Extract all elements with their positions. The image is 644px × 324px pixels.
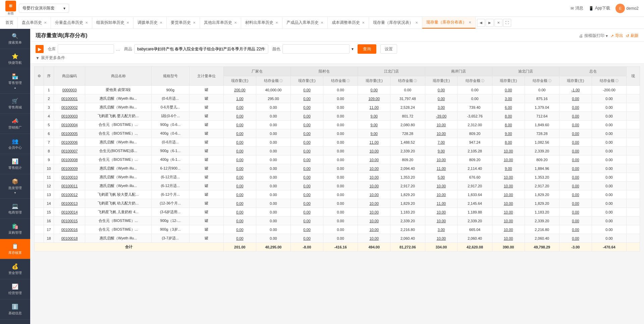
row-code[interactable]: 00100007	[54, 147, 85, 155]
refresh-btn[interactable]: ↺ 刷新	[626, 33, 639, 39]
row-nanan-qty[interactable]: 11.00	[425, 199, 458, 208]
row-code[interactable]: 00100004	[54, 121, 85, 129]
row-nanan-qty[interactable]: 10.00	[425, 208, 458, 217]
sidebar-item-wholesale[interactable]: 📦 批发管理 ▼	[0, 174, 30, 199]
row-yubei-qty[interactable]: 9.00	[492, 129, 525, 138]
row-mucun-qty[interactable]: 0.00	[291, 112, 323, 121]
row-mucun-qty[interactable]: 0.00	[291, 173, 323, 182]
row-yubei-qty[interactable]: 10.00	[492, 208, 525, 217]
tab-home[interactable]: 首页	[1, 17, 18, 29]
warehouse-input[interactable]	[58, 44, 114, 54]
row-mucun-qty[interactable]: 0.00	[291, 147, 323, 155]
tab-close-icon[interactable]: ✕	[193, 21, 196, 25]
tab-close-icon[interactable]: ✕	[415, 21, 418, 25]
row-jiangbei-qty[interactable]: 10.00	[358, 164, 390, 173]
row-mucun-qty[interactable]: 0.00	[291, 138, 323, 147]
sidebar-item-retail-stats[interactable]: 📊 零售统计	[0, 154, 30, 174]
row-mucun-qty[interactable]: 0.00	[291, 86, 323, 94]
tab-transfer[interactable]: 调拨单历史 ✕	[133, 17, 167, 29]
row-mucun-qty[interactable]: 0.00	[291, 182, 323, 190]
sidebar-item-inventory[interactable]: 📋 库存核算	[0, 239, 30, 259]
row-nanan-qty[interactable]: 5.00	[425, 173, 458, 182]
row-jiangbei-qty[interactable]: 10.00	[358, 173, 390, 182]
row-code[interactable]: 00100003	[54, 112, 85, 121]
row-jiangbei-qty[interactable]: 0.00	[358, 86, 390, 94]
row-total-qty[interactable]: 0.00	[559, 129, 592, 138]
tab-inventory-branch[interactable]: 分量盘点单历史 ✕	[51, 17, 92, 29]
tab-demand[interactable]: 要货单历史 ✕	[167, 17, 200, 29]
row-nanan-qty[interactable]: 9.00	[425, 147, 458, 155]
row-mucun-qty[interactable]: 0.00	[291, 234, 323, 243]
row-factory-qty[interactable]: 0.00	[223, 164, 256, 173]
row-jiangbei-qty[interactable]: 10.00	[358, 225, 390, 234]
row-mucun-qty[interactable]: 0.00	[291, 103, 323, 112]
sidebar-item-retail-mgmt[interactable]: 🏪 零售管理 ▲	[0, 69, 30, 94]
row-nanan-qty[interactable]: 0.00	[425, 94, 458, 103]
tab-inventory-single[interactable]: 盘点单历史 ✕	[18, 17, 51, 29]
row-jiangbei-qty[interactable]: 109.00	[358, 94, 390, 103]
row-factory-qty[interactable]: 0.00	[223, 190, 256, 199]
row-factory-qty[interactable]: 1.00	[223, 94, 256, 103]
row-total-qty[interactable]: 0.00	[559, 217, 592, 225]
row-total-qty[interactable]: 0.00	[559, 234, 592, 243]
row-mucun-qty[interactable]: 0.00	[291, 217, 323, 225]
row-total-qty[interactable]: 0.00	[559, 225, 592, 234]
row-code[interactable]: 0000003	[54, 86, 85, 94]
row-nanan-qty[interactable]: 11.00	[425, 164, 458, 173]
row-total-qty[interactable]: 0.00	[559, 190, 592, 199]
row-total-qty[interactable]: 0.00	[559, 138, 592, 147]
row-factory-qty[interactable]: 0.00	[223, 138, 256, 147]
row-jiangbei-qty[interactable]: 10.00	[358, 155, 390, 164]
row-jiangbei-qty[interactable]: 10.00	[358, 217, 390, 225]
message-btn[interactable]: ✉ 消息	[571, 5, 583, 11]
sidebar-item-ecommerce[interactable]: 💻 电商管理	[0, 199, 30, 219]
row-nanan-qty[interactable]: 10.00	[425, 121, 458, 129]
tab-prev-btn[interactable]: ◀	[477, 19, 485, 27]
row-jiangbei-qty[interactable]: 10.00	[358, 182, 390, 190]
row-total-qty[interactable]: 0.00	[559, 147, 592, 155]
row-factory-qty[interactable]: 0.00	[223, 121, 256, 129]
row-code[interactable]: 00100016	[54, 225, 85, 234]
row-yubei-qty[interactable]: 10.00	[492, 234, 525, 243]
row-yubei-qty[interactable]: 6.00	[492, 103, 525, 112]
row-nanan-qty[interactable]: 10.00	[425, 217, 458, 225]
row-yubei-qty[interactable]: 10.00	[492, 182, 525, 190]
tab-expand-btn[interactable]: ⛶	[503, 19, 511, 27]
sidebar-item-mall[interactable]: 🛒 零售商城	[0, 94, 30, 114]
row-factory-qty[interactable]: 0.00	[223, 147, 256, 155]
row-total-qty[interactable]: 0.00	[559, 112, 592, 121]
sidebar-item-nav[interactable]: ⭐ 快捷导航	[0, 49, 30, 69]
tab-close-icon[interactable]: ✕	[469, 20, 471, 24]
row-factory-qty[interactable]: 0.00	[223, 103, 256, 112]
row-total-qty[interactable]: 0.00	[559, 103, 592, 112]
row-nanan-qty[interactable]: -39.00	[425, 112, 458, 121]
row-factory-qty[interactable]: 0.00	[223, 199, 256, 208]
tab-close-icon[interactable]: ✕	[160, 21, 162, 25]
color-input[interactable]	[282, 44, 350, 54]
row-factory-qty[interactable]: 0.00	[223, 182, 256, 190]
sidebar-item-member[interactable]: 👥 会员中心	[0, 134, 30, 154]
tab-close-icon[interactable]: ✕	[126, 21, 129, 25]
row-yubei-qty[interactable]: 10.00	[492, 173, 525, 182]
row-nanan-qty[interactable]: 10.00	[425, 190, 458, 199]
row-nanan-qty[interactable]: 0.00	[425, 86, 458, 94]
row-jiangbei-qty[interactable]: 9.00	[358, 112, 390, 121]
row-nanan-qty[interactable]: 3.00	[425, 103, 458, 112]
row-jiangbei-qty[interactable]: 10.00	[358, 199, 390, 208]
row-code[interactable]: 00100013	[54, 199, 85, 208]
row-total-qty[interactable]: 0.00	[559, 208, 592, 217]
sidebar-item-search[interactable]: 🔍 搜索英单	[0, 29, 30, 49]
row-code[interactable]: 00100014	[54, 208, 85, 217]
tab-product-in[interactable]: 产成品入库单历史 ✕	[282, 17, 328, 29]
row-yubei-qty[interactable]: 10.00	[492, 225, 525, 234]
row-mucun-qty[interactable]: 0.00	[291, 225, 323, 234]
row-factory-qty[interactable]: 0.00	[223, 217, 256, 225]
row-jiangbei-qty[interactable]: 11.00	[358, 103, 390, 112]
row-nanan-qty[interactable]: 7.00	[425, 138, 458, 147]
row-yubei-qty[interactable]: 10.00	[492, 155, 525, 164]
row-yubei-qty[interactable]: 3.00	[492, 94, 525, 103]
row-yubei-qty[interactable]: 8.00	[492, 121, 525, 129]
row-yubei-qty[interactable]: 8.00	[492, 112, 525, 121]
warehouse-dots[interactable]: ...	[116, 46, 120, 52]
row-code[interactable]: 00100010	[54, 173, 85, 182]
